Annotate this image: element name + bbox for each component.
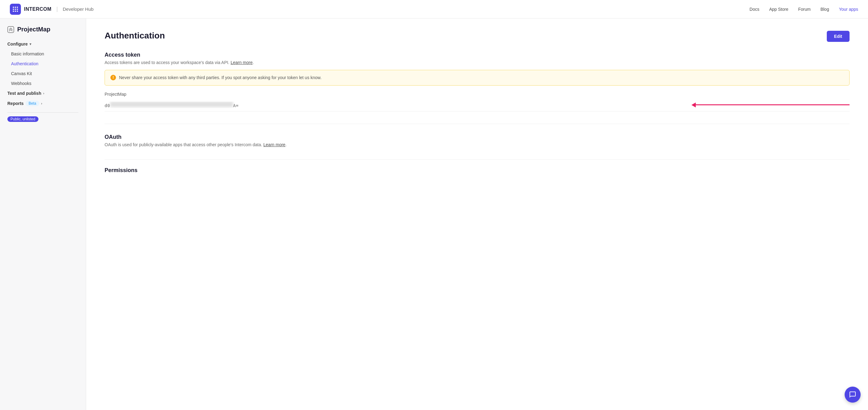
reports-label: Reports: [7, 101, 24, 106]
svg-rect-8: [17, 10, 18, 12]
status-area: Public, unlisted: [0, 116, 86, 122]
arrow-line: [696, 104, 849, 105]
permissions-title: Permissions: [104, 167, 849, 174]
test-publish-label: Test and publish: [7, 91, 41, 96]
nav-link-docs[interactable]: Docs: [750, 7, 760, 12]
nav-link-forum[interactable]: Forum: [798, 7, 810, 12]
sidebar-item-authentication[interactable]: Authentication: [0, 59, 86, 69]
oauth-desc: OAuth is used for publicly-available app…: [104, 142, 849, 147]
oauth-learn-more[interactable]: Learn more: [263, 142, 285, 147]
section-divider: [104, 124, 849, 124]
nav-link-blog[interactable]: Blog: [820, 7, 829, 12]
arrow-annotation: [692, 102, 849, 108]
nav-divider: |: [56, 6, 58, 12]
token-prefix: d0: [104, 103, 110, 108]
token-label: ProjectMap: [104, 92, 849, 97]
configure-label: Configure: [7, 41, 28, 47]
warning-banner: ! Never share your access token with any…: [104, 70, 849, 86]
oauth-title: OAuth: [104, 134, 849, 140]
logo-icon: [10, 4, 21, 15]
reports-section[interactable]: Reports Beta ›: [0, 98, 86, 109]
svg-rect-6: [13, 10, 14, 12]
configure-chevron: ▾: [30, 42, 31, 46]
svg-rect-1: [15, 6, 16, 8]
top-navigation: INTERCOM | Developer Hub Docs App Store …: [0, 0, 868, 19]
svg-rect-0: [13, 6, 14, 8]
reports-chevron: ›: [41, 101, 42, 105]
intercom-logo: INTERCOM: [10, 4, 51, 15]
public-status-badge[interactable]: Public, unlisted: [7, 116, 38, 122]
token-blurred-section: [110, 101, 233, 107]
main-content: Authentication Edit Access token Access …: [86, 19, 868, 410]
nav-link-yourapps[interactable]: Your apps: [839, 7, 858, 12]
svg-rect-5: [17, 9, 18, 10]
access-token-desc: Access tokens are used to access your wo…: [104, 60, 849, 65]
app-name: ProjectMap: [17, 26, 51, 33]
edit-button[interactable]: Edit: [827, 31, 849, 42]
sidebar: ProjectMap Configure ▾ Basic information…: [0, 19, 86, 410]
warning-icon: !: [111, 75, 116, 80]
app-title: ProjectMap: [0, 26, 86, 39]
permissions-section: Permissions: [104, 159, 849, 174]
access-token-title: Access token: [104, 52, 849, 58]
sidebar-divider: [7, 112, 79, 113]
chat-button[interactable]: [845, 387, 861, 403]
token-suffix: A=: [233, 103, 239, 108]
top-nav-links: Docs App Store Forum Blog Your apps: [750, 7, 858, 12]
nav-link-appstore[interactable]: App Store: [769, 7, 788, 12]
sidebar-item-webhooks[interactable]: Webhooks: [0, 79, 86, 88]
dev-hub-label: Developer Hub: [63, 6, 93, 12]
page-header: Authentication Edit: [104, 31, 849, 42]
test-publish-chevron: ›: [43, 91, 44, 95]
access-token-learn-more[interactable]: Learn more: [231, 60, 253, 65]
svg-rect-7: [15, 10, 16, 12]
token-row: d0A=: [104, 98, 849, 111]
arrow-head: [691, 102, 696, 108]
svg-rect-3: [13, 9, 14, 10]
logo-text: INTERCOM: [24, 6, 51, 12]
page-title: Authentication: [104, 31, 165, 41]
beta-badge: Beta: [26, 101, 39, 106]
test-publish-section[interactable]: Test and publish ›: [0, 88, 86, 98]
access-token-section: Access token Access tokens are used to a…: [104, 52, 849, 111]
warning-text: Never share your access token with any t…: [119, 75, 321, 81]
token-value: d0A=: [104, 101, 688, 108]
svg-rect-2: [17, 6, 18, 8]
sidebar-item-basic-info[interactable]: Basic information: [0, 49, 86, 59]
oauth-section: OAuth OAuth is used for publicly-availab…: [104, 134, 849, 147]
sidebar-item-canvas-kit[interactable]: Canvas Kit: [0, 69, 86, 79]
logo-area: INTERCOM | Developer Hub: [10, 4, 93, 15]
svg-rect-4: [15, 9, 16, 10]
page-layout: ProjectMap Configure ▾ Basic information…: [0, 19, 868, 410]
configure-section[interactable]: Configure ▾: [0, 39, 86, 49]
app-title-icon: [7, 26, 14, 33]
